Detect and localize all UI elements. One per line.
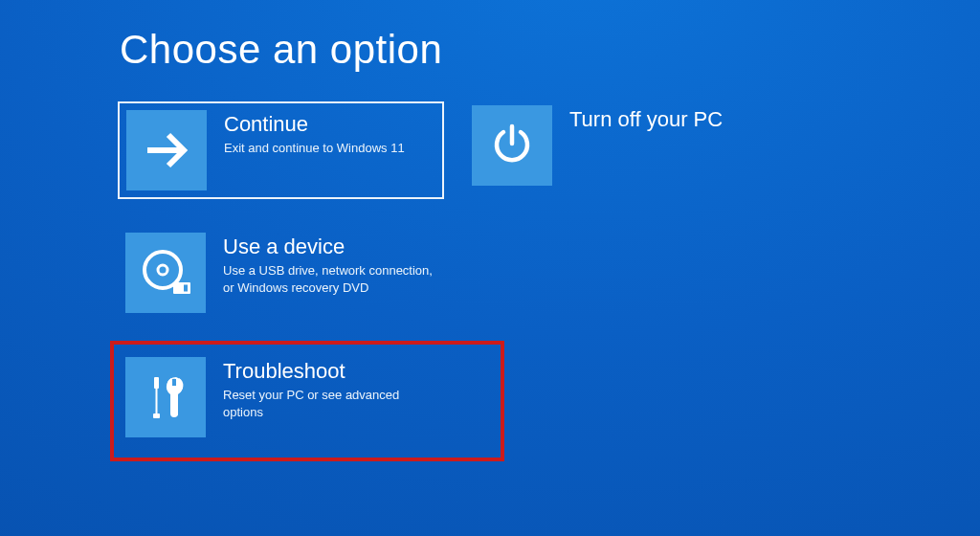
svg-point-3 [158,265,167,275]
svg-rect-5 [184,285,188,292]
troubleshoot-title: Troubleshoot [223,359,441,383]
use-a-device-title: Use a device [223,234,441,258]
svg-rect-8 [153,413,160,418]
continue-desc: Exit and continue to Windows 11 [224,140,405,157]
disc-icon [125,233,206,313]
continue-title: Continue [224,112,405,136]
svg-rect-4 [173,282,190,294]
turn-off-pc-tile[interactable]: Turn off your PC [472,105,778,191]
continue-tile[interactable]: Continue Exit and continue to Windows 11 [118,101,444,199]
troubleshoot-desc: Reset your PC or see advanced options [223,387,441,420]
use-a-device-desc: Use a USB drive, network connection, or … [223,262,441,296]
tools-icon [125,357,206,437]
svg-rect-6 [154,377,159,389]
page-title: Choose an option [120,27,442,73]
troubleshoot-tile[interactable]: Troubleshoot Reset your PC or see advanc… [125,357,441,443]
turn-off-pc-title: Turn off your PC [569,107,723,131]
svg-rect-7 [156,389,158,413]
use-a-device-tile[interactable]: Use a device Use a USB drive, network co… [125,233,441,319]
arrow-right-icon [126,110,207,190]
power-icon [472,105,552,186]
